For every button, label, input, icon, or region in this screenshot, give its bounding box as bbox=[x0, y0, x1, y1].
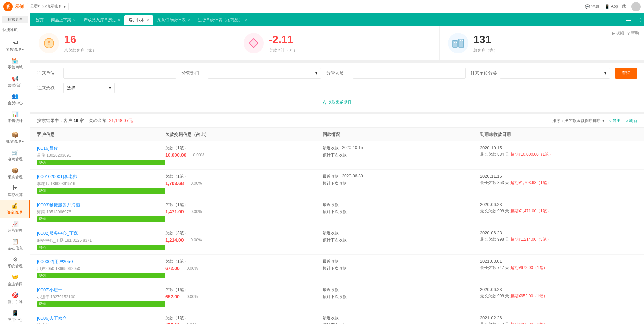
debt-row-5: 652.00 0.00% bbox=[165, 294, 323, 299]
overdue-link-6[interactable]: 超期¥455.90（1笔） bbox=[510, 322, 548, 324]
stat-info-total-customers: 131 总客户（家） bbox=[473, 33, 498, 53]
enterprise-icon: 🤝 bbox=[12, 274, 19, 281]
sidebar-item-label: 采购管理 bbox=[8, 175, 23, 180]
sidebar-item-newbie[interactable]: 🎯 新手引导 bbox=[0, 289, 30, 307]
sidebar-item-ecommerce[interactable]: 🛒 电商管理 bbox=[0, 147, 30, 165]
sidebar-item-retail-shop[interactable]: 🏪 零售商城 bbox=[0, 55, 30, 72]
sidebar-item-enterprise[interactable]: 🤝 企业协同 bbox=[0, 271, 30, 289]
sidebar-item-app-center[interactable]: 📱 应用中心 bbox=[0, 307, 30, 324]
customer-name-3[interactable]: [0002]服务中心_丁磊 bbox=[37, 230, 165, 236]
overdue-link-0[interactable]: 超期¥10,000.00（1笔） bbox=[510, 152, 553, 157]
export-button[interactable]: ○ 导出 bbox=[609, 118, 621, 124]
overdue-date-1: 2020.11.15 bbox=[480, 174, 637, 179]
message-icon: 💬 bbox=[585, 4, 590, 9]
view-video-button[interactable]: ▶ 视频 bbox=[612, 30, 624, 36]
balance-placeholder: 选择... bbox=[67, 85, 79, 91]
overdue-link-3[interactable]: 超期¥1,214.00（3笔） bbox=[510, 237, 551, 242]
quick-nav-item[interactable]: 快捷导航 bbox=[0, 25, 30, 34]
sidebar-item-system[interactable]: ⚙ 系统管理 bbox=[0, 254, 30, 271]
top-bar-left: 畅 示例 母婴行业演示账套 ▾ bbox=[3, 2, 69, 11]
sidebar-item-inventory[interactable]: 🗄 库存核算 bbox=[0, 182, 30, 200]
chevron-up-icon: ⋀ bbox=[323, 100, 326, 105]
search-button[interactable]: 查询 bbox=[615, 68, 637, 79]
overdue-days-4: 最长欠款 747 天 超期¥672.00（1笔） bbox=[480, 265, 637, 271]
svg-rect-5 bbox=[456, 42, 457, 43]
tab-home[interactable]: 首页 bbox=[32, 15, 47, 25]
recovery-last-5: 最近收款 bbox=[323, 287, 480, 293]
chevron-down-icon: ▾ bbox=[604, 71, 606, 76]
filter-row-2: 往来余额 选择... ▾ bbox=[37, 83, 637, 93]
debt-count-3: 欠款（3笔） bbox=[165, 230, 323, 236]
sidebar-item-label: 零售统计 bbox=[8, 118, 23, 123]
sidebar-item-marketing[interactable]: 📢 营销推广 bbox=[0, 72, 30, 90]
table-header: 客户信息 欠款交易信息（占比） 回款情况 到期未收款日期 bbox=[30, 128, 644, 141]
sidebar-item-label: 资金管理 bbox=[7, 210, 22, 215]
tab-close-icon[interactable]: ✕ bbox=[118, 18, 120, 22]
debt-amount-4: 672.00 bbox=[165, 266, 180, 271]
overdue-days-0: 最长欠款 884 天 超期¥10,000.00（1笔） bbox=[480, 152, 637, 157]
view-video-label: 视频 bbox=[616, 30, 624, 36]
tab-product-offshelf[interactable]: 商品上下架 ✕ bbox=[47, 15, 80, 25]
tab-close-icon[interactable]: ✕ bbox=[187, 18, 190, 22]
avatar[interactable]: demo2 bbox=[631, 2, 641, 11]
tab-close-icon[interactable]: ✕ bbox=[73, 18, 76, 22]
tab-product-inbound[interactable]: 产成品入库单历史 ✕ bbox=[80, 15, 124, 25]
sidebar-item-basic-info[interactable]: 📋 基础信息 bbox=[0, 236, 30, 254]
sidebar-item-members[interactable]: 👥 会员中心 bbox=[0, 90, 30, 108]
tab-collapse-icon[interactable]: — bbox=[625, 17, 632, 23]
data-table: 客户信息 欠款交易信息（占比） 回款情况 到期未收款日期 [0016]吕俊 吕俊… bbox=[30, 128, 644, 324]
sidebar-item-purchase[interactable]: 📦 采购管理 bbox=[0, 165, 30, 182]
stat-card-total-customers: 131 总客户（家） ▶ 视频 ? 帮助 bbox=[440, 26, 644, 60]
customer-name-6[interactable]: [0006]去下粮仓 bbox=[37, 315, 165, 321]
person-label: 分管人员 bbox=[326, 70, 350, 76]
sidebar-item-operations[interactable]: 📈 经营管理 bbox=[0, 218, 30, 236]
debt-amount-1: 1,703.68 bbox=[165, 181, 184, 186]
customer-info-4: [000002]用户2050 用户2050 18665062050 现销 bbox=[37, 259, 165, 278]
message-button[interactable]: 💬 消息 bbox=[585, 4, 599, 9]
category-select[interactable]: ▾ bbox=[500, 68, 610, 79]
tab-expand-icon[interactable]: ⛶ bbox=[635, 17, 642, 23]
person-input[interactable]: ··· bbox=[353, 68, 466, 79]
overdue-link-4[interactable]: 超期¥672.00（1笔） bbox=[510, 265, 548, 270]
tab-bar-right: — ⛶ bbox=[625, 17, 642, 23]
dept-select[interactable]: ▾ bbox=[208, 68, 321, 79]
overdue-date-6: 2021.02.26 bbox=[480, 315, 637, 320]
app-download-button[interactable]: 📱 App下载 bbox=[605, 4, 626, 9]
download-icon: 📱 bbox=[605, 4, 610, 9]
source-unit-input[interactable]: ··· bbox=[63, 68, 176, 79]
customer-name-0[interactable]: [0016]吕俊 bbox=[37, 145, 165, 151]
customer-name-1[interactable]: [0001020001]李老师 bbox=[37, 174, 165, 180]
customer-name-5[interactable]: [0007]小进干 bbox=[37, 287, 165, 293]
recovery-last-1: 最近收款 2020-06-30 bbox=[323, 174, 480, 179]
tab-customer-account[interactable]: 客户账本 ✕ bbox=[124, 15, 153, 25]
refresh-button[interactable]: ○ 刷新 bbox=[626, 118, 637, 124]
sidebar-item-retail-mgmt[interactable]: 🏷 零售管理 ▾ bbox=[0, 37, 30, 55]
customer-info-3: [0002]服务中心_丁磊 服务中心_丁磊 181 0125 8371 现销 bbox=[37, 230, 165, 250]
balance-select[interactable]: 选择... ▾ bbox=[63, 83, 115, 93]
collapse-button[interactable]: ⋀ 收起更多条件 bbox=[37, 97, 637, 107]
sidebar-item-label: 营销推广 bbox=[8, 83, 23, 88]
sidebar-item-finance[interactable]: 💰 资金管理 bbox=[0, 200, 30, 218]
search-menu-input[interactable]: 搜索菜单 bbox=[2, 16, 28, 23]
overdue-link-1[interactable]: 超期¥1,703.68（1笔） bbox=[510, 180, 551, 185]
store-selector[interactable]: 母婴行业演示账套 ▾ bbox=[27, 3, 69, 10]
sidebar-item-retail-stats[interactable]: 📊 零售统计 bbox=[0, 108, 30, 126]
sidebar-item-batch-mgmt[interactable]: 📦 批发管理 ▾ bbox=[0, 129, 30, 147]
sort-selector[interactable]: 排序：按欠款金额倒序排序 ▾ bbox=[552, 118, 604, 124]
debt-amount-3: 1,214.00 bbox=[165, 237, 184, 243]
customer-name-2[interactable]: [0003]畅捷服务尹海燕 bbox=[37, 202, 165, 208]
customer-tag-3: 现销 bbox=[37, 245, 165, 250]
next-payment-label-5: 预计下次收款 bbox=[323, 294, 347, 300]
results-bar: 搜索结果中，客户 16 家 欠款金额 -21,148.07元 排序：按欠款金额倒… bbox=[30, 114, 644, 127]
customer-name-4[interactable]: [000002]用户2050 bbox=[37, 259, 165, 265]
help-button[interactable]: ? 帮助 bbox=[627, 30, 639, 36]
tab-close-icon[interactable]: ✕ bbox=[244, 18, 247, 22]
col-header-customer: 客户信息 bbox=[37, 131, 165, 138]
tab-inbound-stats[interactable]: 进货单统计表（按商品） ✕ bbox=[194, 15, 251, 25]
chevron-down-icon: ▾ bbox=[315, 71, 317, 76]
overdue-link-2[interactable]: 超期¥1,471.00（1笔） bbox=[510, 209, 551, 213]
tab-close-icon[interactable]: ✕ bbox=[146, 18, 149, 22]
overdue-days-6: 最长欠款 750 天 超期¥455.90（1笔） bbox=[480, 322, 637, 324]
tab-purchase-stats[interactable]: 采购订单统计表 ✕ bbox=[153, 15, 194, 25]
overdue-link-5[interactable]: 超期¥652.00（1笔） bbox=[510, 294, 548, 298]
